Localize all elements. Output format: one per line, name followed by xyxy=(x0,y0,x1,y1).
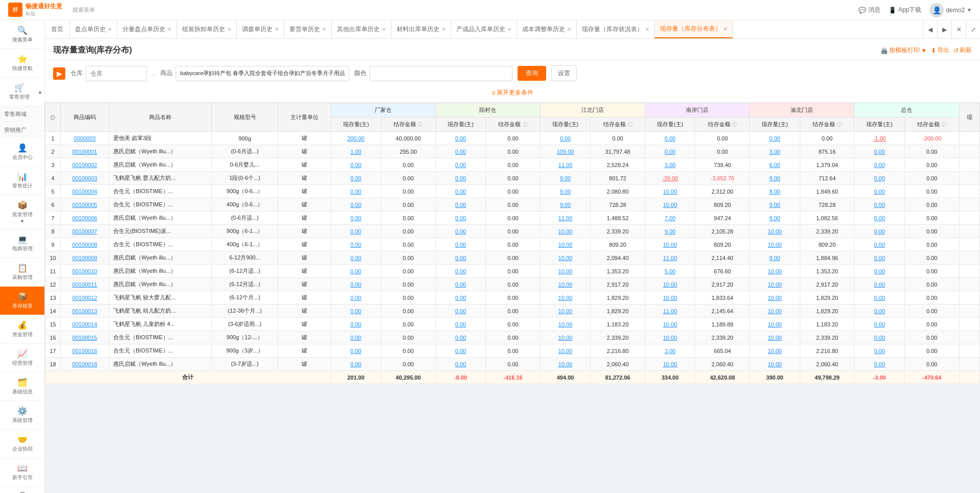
cell-fac-qty[interactable]: 0.00 xyxy=(331,344,381,358)
tab-stock-dist[interactable]: 现存量（库存分布表） ✕ xyxy=(655,20,733,38)
cell-na-qty[interactable]: 10.00 xyxy=(645,318,695,331)
cell-mun-qty[interactable]: 0.00 xyxy=(435,304,485,318)
color-input[interactable] xyxy=(370,66,512,81)
sidebar-item-collab[interactable]: 🤝 企业协同 xyxy=(0,430,44,458)
cell-jb-qty[interactable]: 10.00 xyxy=(540,331,590,344)
cell-fac-qty[interactable]: 0.00 xyxy=(331,278,381,291)
cell-mun-qty[interactable]: 0.00 xyxy=(435,212,485,225)
cell-yb-qty[interactable]: 8.00 xyxy=(750,212,800,225)
cell-code[interactable]: 00100010 xyxy=(61,265,109,278)
sidebar-item-member[interactable]: 👤 会员中心 xyxy=(0,138,44,167)
cell-fac-qty[interactable]: 0.00 xyxy=(331,304,381,318)
tab-material-out[interactable]: 材料出库单历史 ✕ xyxy=(391,20,451,38)
info-icon[interactable]: ⓘ xyxy=(732,122,737,127)
cell-mun-qty[interactable]: 0.00 xyxy=(435,358,485,371)
warehouse-input[interactable] xyxy=(86,66,147,81)
cell-na-qty[interactable]: 11.00 xyxy=(645,304,695,318)
cell-jb-qty[interactable]: 9.00 xyxy=(540,198,590,212)
tab-close-icon[interactable]: ✕ xyxy=(167,27,172,32)
cell-yb-qty[interactable]: 3.00 xyxy=(750,145,800,158)
tab-close-icon[interactable]: ✕ xyxy=(507,27,511,32)
cell-fac-qty[interactable]: 0.00 xyxy=(331,291,381,304)
cell-jb-qty[interactable]: 109.00 xyxy=(540,145,590,158)
cell-zc-qty[interactable]: 0.00 xyxy=(854,198,904,212)
cell-mun-qty[interactable]: 0.00 xyxy=(435,318,485,331)
collapse-arrow[interactable]: ▶ xyxy=(53,67,65,80)
tab-close-icon[interactable]: ✕ xyxy=(442,27,446,32)
tab-next-button[interactable]: ▶ xyxy=(937,20,951,39)
cell-fac-qty[interactable]: 0.00 xyxy=(331,158,381,172)
cell-zc-qty[interactable]: 0.00 xyxy=(854,318,904,331)
cell-na-qty[interactable]: 10.00 xyxy=(645,278,695,291)
cell-zc-qty[interactable]: 0.00 xyxy=(854,291,904,304)
cell-jb-qty[interactable]: 11.00 xyxy=(540,212,590,225)
cell-code[interactable]: 00100014 xyxy=(61,318,109,331)
cell-mun-qty[interactable]: 0.00 xyxy=(435,198,485,212)
cell-yb-qty[interactable]: 10.00 xyxy=(750,331,800,344)
tab-assembly[interactable]: 组装拆卸单历史 ✕ xyxy=(177,20,237,38)
cell-code[interactable]: 00100018 xyxy=(61,358,109,371)
sidebar-item-ops[interactable]: 📈 经营管理 xyxy=(0,344,44,372)
tab-product-in[interactable]: 产成品入库单历史 ✕ xyxy=(451,20,517,38)
cell-jb-qty[interactable]: 10.00 xyxy=(540,358,590,371)
cell-code[interactable]: 00100001 xyxy=(61,145,109,158)
cell-fac-qty[interactable]: 0.00 xyxy=(331,251,381,265)
cell-na-qty[interactable]: 10.00 xyxy=(645,291,695,304)
cell-code[interactable]: 0000003 xyxy=(61,132,109,145)
cell-zc-qty[interactable]: 0.00 xyxy=(854,344,904,358)
cell-mun-qty[interactable]: 0.00 xyxy=(435,172,485,185)
cell-fac-qty[interactable]: 0.00 xyxy=(331,265,381,278)
cell-code[interactable]: 00100003 xyxy=(61,172,109,185)
cell-mun-qty[interactable]: 0.00 xyxy=(435,225,485,238)
cell-mun-qty[interactable]: 0.00 xyxy=(435,331,485,344)
sidebar-item-retail-mall[interactable]: 零售商城 xyxy=(0,106,44,122)
user-menu[interactable]: 👤 demo2 ▼ xyxy=(929,3,972,17)
info-icon[interactable]: ⓘ xyxy=(837,122,842,127)
cell-code[interactable]: 00100009 xyxy=(61,251,109,265)
app-download-button[interactable]: 📱 App下载 xyxy=(889,6,921,14)
cell-yb-qty[interactable]: 10.00 xyxy=(750,291,800,304)
cell-code[interactable]: 00100002 xyxy=(61,158,109,172)
cell-jb-qty[interactable]: 10.00 xyxy=(540,238,590,251)
settings-button[interactable]: 设置 xyxy=(551,65,577,81)
sidebar-item-finance[interactable]: 💰 资金管理 xyxy=(0,315,44,344)
cell-jb-qty[interactable]: 0.00 xyxy=(540,132,590,145)
sidebar-item-retail[interactable]: 🛒 零售管理 ▲ xyxy=(0,78,44,106)
cell-mun-qty[interactable]: 0.00 xyxy=(435,238,485,251)
cell-mun-qty[interactable]: 0.00 xyxy=(435,344,485,358)
cell-na-qty[interactable]: -39.00 xyxy=(645,172,695,185)
cell-yb-qty[interactable]: 6.00 xyxy=(750,158,800,172)
sidebar-item-quicknav[interactable]: ⭐ 快捷导航 xyxy=(0,49,44,78)
cell-na-qty[interactable]: 10.00 xyxy=(645,185,695,198)
tab-close-icon[interactable]: ✕ xyxy=(322,27,326,32)
cell-fac-qty[interactable]: 0.00 xyxy=(331,225,381,238)
cell-na-qty[interactable]: 10.00 xyxy=(645,198,695,212)
tab-prev-button[interactable]: ◀ xyxy=(923,20,937,39)
info-icon[interactable]: ⓘ xyxy=(941,122,946,127)
cell-zc-qty[interactable]: 0.00 xyxy=(854,225,904,238)
cell-na-qty[interactable]: 0.00 xyxy=(645,132,695,145)
cell-zc-qty[interactable]: 0.00 xyxy=(854,358,904,371)
cell-na-qty[interactable]: 9.00 xyxy=(645,225,695,238)
cell-zc-qty[interactable]: 0.00 xyxy=(854,251,904,265)
cell-code[interactable]: 00100011 xyxy=(61,278,109,291)
cell-code[interactable]: 00100015 xyxy=(61,331,109,344)
info-icon[interactable]: ⓘ xyxy=(627,122,632,127)
cell-fac-qty[interactable]: 1.00 xyxy=(331,145,381,158)
tab-expand-button[interactable]: ⤢ xyxy=(966,20,980,39)
cell-zc-qty[interactable]: -1.00 xyxy=(854,132,904,145)
cell-zc-qty[interactable]: 0.00 xyxy=(854,145,904,158)
cell-na-qty[interactable]: 11.00 xyxy=(645,251,695,265)
cell-yb-qty[interactable]: 10.00 xyxy=(750,278,800,291)
cell-yb-qty[interactable]: 8.00 xyxy=(750,185,800,198)
cell-zc-qty[interactable]: 0.00 xyxy=(854,212,904,225)
tab-inventory-check[interactable]: 盘点单历史 ✕ xyxy=(70,20,117,38)
cell-yb-qty[interactable]: 10.00 xyxy=(750,238,800,251)
cell-fac-qty[interactable]: 0.00 xyxy=(331,212,381,225)
product-input[interactable] xyxy=(176,66,349,81)
cell-mun-qty[interactable]: 0.00 xyxy=(435,278,485,291)
cell-fac-qty[interactable]: 0.00 xyxy=(331,358,381,371)
print-button[interactable]: 🖨️ 按模板打印 ▼ xyxy=(880,46,927,55)
info-icon[interactable]: ⓘ xyxy=(523,122,528,127)
cell-na-qty[interactable]: 3.00 xyxy=(645,158,695,172)
